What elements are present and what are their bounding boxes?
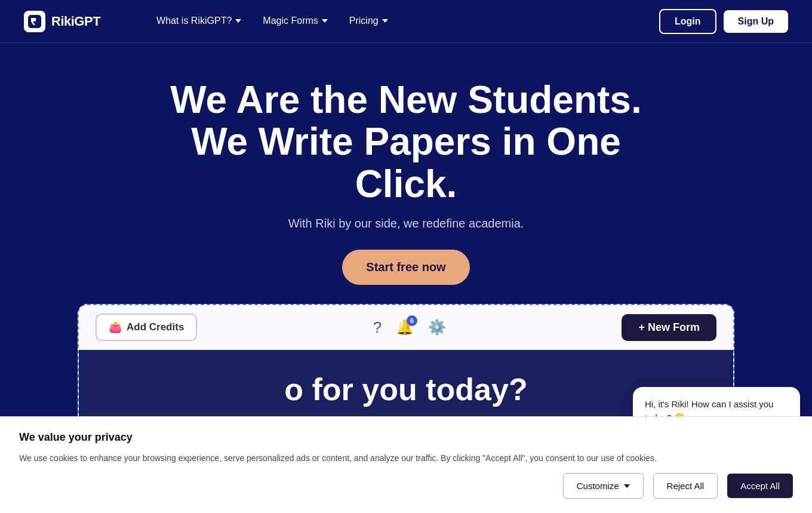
reject-all-button[interactable]: Reject All — [653, 473, 718, 499]
nav-left: RikiGPT What is RikiGPT? Magic Forms Pri… — [24, 0, 420, 43]
signup-button[interactable]: Sign Up — [724, 10, 788, 33]
nav-link-what-is-riki[interactable]: What is RikiGPT? — [148, 11, 250, 31]
hero-subtitle: With Riki by our side, we redefine acade… — [24, 217, 788, 231]
gear-icon: ⚙️ — [428, 319, 446, 335]
notification-badge: 6 — [407, 315, 417, 326]
nav-link-pricing[interactable]: Pricing — [341, 11, 396, 31]
app-content-text: o for you today? — [103, 371, 709, 407]
nav-right: Login Sign Up — [659, 9, 788, 34]
customize-button[interactable]: Customize — [563, 473, 644, 499]
chevron-down-icon-2 — [322, 19, 328, 23]
logo-icon — [24, 11, 45, 32]
settings-icon-wrap[interactable]: ⚙️ — [428, 319, 446, 336]
wallet-icon: 👛 — [109, 321, 122, 334]
nav-links: What is RikiGPT? Magic Forms Pricing — [124, 0, 420, 43]
chevron-down-icon — [235, 19, 241, 23]
cookie-description: We use cookies to enhance your browsing … — [19, 452, 793, 465]
accept-all-button[interactable]: Accept All — [727, 474, 793, 498]
svg-rect-0 — [28, 15, 41, 28]
notifications-icon-wrap[interactable]: 🔔 6 — [396, 319, 414, 336]
logo-text: RikiGPT — [51, 14, 100, 29]
hero-title: We Are the New Students. We Write Papers… — [137, 79, 675, 205]
chevron-down-icon-3 — [382, 19, 388, 23]
chevron-down-icon-4 — [624, 484, 630, 488]
app-toolbar: 👛 Add Credits ? 🔔 6 ⚙️ + New Form — [79, 305, 733, 350]
add-credits-button[interactable]: 👛 Add Credits — [96, 314, 197, 341]
login-button[interactable]: Login — [659, 9, 716, 34]
new-form-button[interactable]: + New Form — [622, 314, 716, 341]
logo[interactable]: RikiGPT — [24, 11, 100, 32]
cta-button[interactable]: Start free now — [342, 250, 469, 285]
navbar: RikiGPT What is RikiGPT? Magic Forms Pri… — [0, 0, 812, 43]
help-icon-wrap[interactable]: ? — [373, 318, 382, 337]
nav-link-magic-forms[interactable]: Magic Forms — [254, 11, 336, 31]
toolbar-icons: ? 🔔 6 ⚙️ — [373, 318, 446, 337]
cookie-banner: We value your privacy We use cookies to … — [0, 416, 812, 513]
cookie-title: We value your privacy — [19, 431, 793, 444]
cookie-actions: Customize Reject All Accept All — [19, 473, 793, 499]
help-icon: ? — [373, 318, 382, 336]
